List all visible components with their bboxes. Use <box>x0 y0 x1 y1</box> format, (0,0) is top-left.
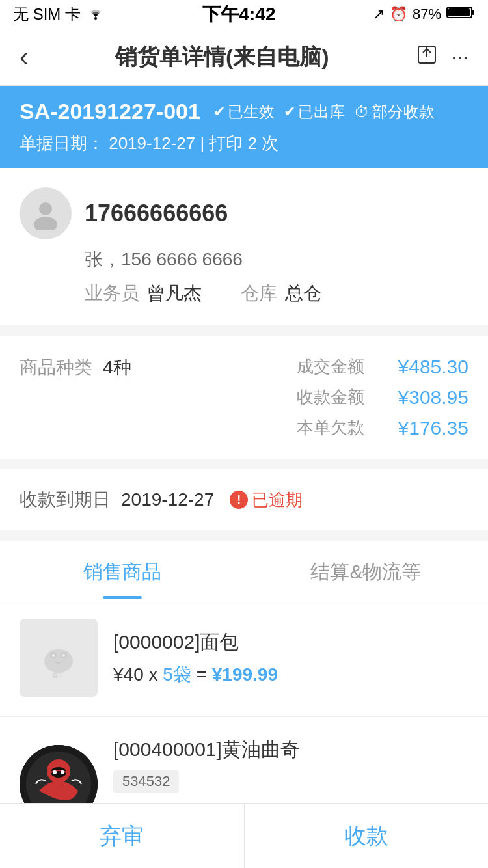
clock-icon: ⏱ <box>354 103 370 121</box>
tab-settlement[interactable]: 结算&物流等 <box>244 541 488 599</box>
summary-left: 商品种类 4种 <box>20 355 131 380</box>
status-bar-right: ↗ ⏰ 87% <box>373 5 475 23</box>
status-bar: 无 SIM 卡 下午4:42 ↗ ⏰ 87% <box>0 0 488 29</box>
summary-right: 成交金额 ¥485.30 收款金额 ¥308.95 本单欠款 ¥176.35 <box>297 355 468 439</box>
customer-name: 17666666666 <box>85 200 228 227</box>
check-icon-1: ✔ <box>213 103 225 120</box>
cancel-review-button[interactable]: 弃审 <box>0 804 245 868</box>
received-label: 收款金额 <box>297 386 364 409</box>
debt-row: 本单欠款 ¥176.35 <box>297 416 468 439</box>
date-value: 2019-12-27 <box>109 133 195 153</box>
bottom-bar: 弃审 收款 <box>0 803 488 868</box>
product-name-2: [000400001]黄油曲奇 <box>113 737 468 763</box>
order-header: SA-20191227-001 ✔ 已生效 ✔ 已出库 ⏱ 部分收款 单据日期：… <box>0 86 488 168</box>
received-row: 收款金额 ¥308.95 <box>297 386 468 409</box>
list-item: 鑫+ [0000002]面包 ¥40 x 5袋 = ¥199.99 <box>0 599 488 717</box>
status-tags: ✔ 已生效 ✔ 已出库 ⏱ 部分收款 <box>213 102 435 122</box>
product-name-1: [0000002]面包 <box>113 629 468 656</box>
product-price-line-1: ¥40 x 5袋 = ¥199.99 <box>113 662 468 687</box>
payment-label: 收款 <box>344 821 388 851</box>
due-section: 收款到期日 2019-12-27 ! 已逾期 <box>0 469 488 530</box>
overdue-badge: ! 已逾期 <box>230 489 303 511</box>
print-info: | 打印 2 次 <box>200 133 278 153</box>
svg-point-19 <box>53 770 57 774</box>
status-partial-label: 部分收款 <box>372 102 435 122</box>
received-value: ¥308.95 <box>377 387 468 409</box>
svg-rect-2 <box>472 10 474 15</box>
tab-settlement-label: 结算&物流等 <box>310 561 421 582</box>
type-count: 4种 <box>103 355 131 380</box>
due-date-value: 2019-12-27 <box>121 489 214 510</box>
status-bar-time: 下午4:42 <box>202 2 275 27</box>
debt-value: ¥176.35 <box>377 417 468 439</box>
svg-point-20 <box>61 770 64 774</box>
battery-icon <box>446 5 475 23</box>
location-icon: ↗ <box>373 6 385 23</box>
share-icon[interactable] <box>416 44 438 71</box>
product-total-1: ¥199.99 <box>212 664 278 685</box>
page-title: 销货单详情(来自电脑) <box>115 42 329 72</box>
tabs-row: 销售商品 结算&物流等 <box>0 541 488 599</box>
svg-rect-3 <box>448 8 470 16</box>
customer-top: 17666666666 <box>20 187 468 239</box>
customer-section: 17666666666 张，156 6666 6666 业务员 曾凡杰 仓库 总… <box>0 168 488 325</box>
nav-bar: ‹ 销货单详情(来自电脑) ··· <box>0 29 488 86</box>
wifi-icon <box>86 5 105 23</box>
customer-meta: 业务员 曾凡杰 仓库 总仓 <box>20 281 468 306</box>
cancel-review-label: 弃审 <box>100 821 144 851</box>
tab-sales-products[interactable]: 销售商品 <box>0 541 244 599</box>
nav-bar-right: ··· <box>416 44 468 71</box>
avatar <box>20 187 72 239</box>
sim-status: 无 SIM 卡 <box>13 4 81 25</box>
product-info-1: [0000002]面包 ¥40 x 5袋 = ¥199.99 <box>113 629 468 687</box>
sales-value: 曾凡杰 <box>147 281 202 306</box>
nav-bar-left: ‹ <box>20 42 28 72</box>
sales-label: 业务员 <box>85 281 139 306</box>
type-label: 商品种类 <box>20 355 92 380</box>
status-bar-left: 无 SIM 卡 <box>13 4 105 25</box>
payment-button[interactable]: 收款 <box>245 804 489 868</box>
overdue-label: 已逾期 <box>252 489 303 511</box>
back-button[interactable]: ‹ <box>20 42 28 72</box>
date-label: 单据日期： <box>20 133 104 153</box>
check-icon-2: ✔ <box>284 103 295 120</box>
status-partial-payment: ⏱ 部分收款 <box>354 102 435 122</box>
svg-point-0 <box>94 17 97 20</box>
alarm-icon: ⏰ <box>390 6 407 23</box>
customer-contact: 张，156 6666 6666 <box>20 247 468 272</box>
amount-value: ¥485.30 <box>377 356 468 378</box>
tab-sales-label: 销售商品 <box>83 561 161 582</box>
more-icon[interactable]: ··· <box>451 45 468 69</box>
warehouse-value: 总仓 <box>285 281 321 306</box>
order-date-line: 单据日期： 2019-12-27 | 打印 2 次 <box>20 132 468 155</box>
amount-label: 成交金额 <box>297 355 364 378</box>
debt-label: 本单欠款 <box>297 416 364 439</box>
product-sku-2: 534532 <box>113 770 179 793</box>
status-effective-label: 已生效 <box>228 102 275 122</box>
due-label: 收款到期日 <box>20 487 111 512</box>
product-price-1: ¥40 x <box>113 664 163 685</box>
product-thumbnail-1: 鑫+ <box>20 619 98 697</box>
svg-point-5 <box>39 202 52 215</box>
sales-person: 业务员 曾凡杰 <box>85 281 202 306</box>
tabs-section: 销售商品 结算&物流等 <box>0 541 488 599</box>
svg-text:鑫+: 鑫+ <box>52 671 62 679</box>
svg-point-6 <box>34 217 57 230</box>
svg-point-13 <box>62 654 65 657</box>
summary-section: 商品种类 4种 成交金额 ¥485.30 收款金额 ¥308.95 本单欠款 ¥… <box>0 336 488 459</box>
svg-point-12 <box>52 654 55 657</box>
svg-point-7 <box>44 649 73 673</box>
product-equals-1: = <box>197 664 212 685</box>
product-quantity-1: 5袋 <box>163 664 191 685</box>
amount-row: 成交金额 ¥485.30 <box>297 355 468 378</box>
status-shipped: ✔ 已出库 <box>284 102 345 122</box>
order-number: SA-20191227-001 <box>20 99 200 124</box>
status-shipped-label: 已出库 <box>298 102 345 122</box>
warehouse-label: 仓库 <box>241 281 277 306</box>
status-effective: ✔ 已生效 <box>213 102 275 122</box>
warehouse: 仓库 总仓 <box>241 281 321 306</box>
battery-text: 87% <box>413 6 441 23</box>
overdue-icon: ! <box>230 491 248 509</box>
